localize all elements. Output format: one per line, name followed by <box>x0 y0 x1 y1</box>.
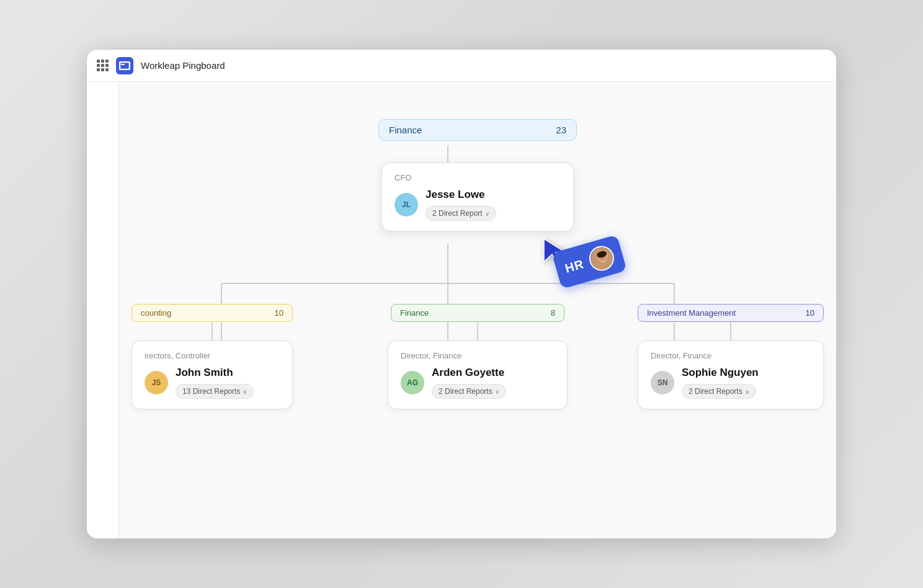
child-finance[interactable]: Finance 8 Director, Finance AG Arden Goy… <box>388 304 568 409</box>
js-direct-reports[interactable]: 13 Direct Reports ∨ <box>176 384 254 399</box>
accounting-card[interactable]: irectors, Controller JS John Smith 13 Di… <box>132 341 293 409</box>
accounting-dept-name: counting <box>141 308 171 318</box>
top-bar: Workleap Pingboard <box>87 50 836 82</box>
sn-avatar: SN <box>651 371 674 394</box>
js-name: John Smith <box>176 367 254 379</box>
ag-avatar: AG <box>401 371 424 394</box>
accounting-role: irectors, Controller <box>145 351 280 360</box>
child-investment[interactable]: Investment Management 10 Director, Finan… <box>638 304 824 409</box>
main-content: Finance 23 CFO JL Jesse Lowe <box>87 82 836 538</box>
org-canvas[interactable]: Finance 23 CFO JL Jesse Lowe <box>119 82 836 538</box>
cfo-name: Jesse Lowe <box>426 189 496 201</box>
cfo-avatar: JL <box>395 193 418 216</box>
svg-rect-1 <box>121 64 125 65</box>
cfo-chevron: ∨ <box>485 210 489 217</box>
finance-card[interactable]: Director, Finance AG Arden Goyette 2 Dir… <box>388 341 568 409</box>
finance-child-connector <box>477 322 478 341</box>
js-avatar: JS <box>145 371 168 394</box>
investment-dept-count: 10 <box>806 308 814 318</box>
investment-role: Director, Finance <box>651 351 811 360</box>
top-dept-badge[interactable]: Finance 23 <box>378 119 577 141</box>
finance-child-dept-count: 8 <box>551 308 555 318</box>
cfo-direct-reports[interactable]: 2 Direct Report ∨ <box>426 206 496 221</box>
cfo-card[interactable]: CFO JL Jesse Lowe 2 Direct Report ∨ <box>381 163 574 231</box>
investment-connector <box>730 322 731 341</box>
accounting-dept-count: 10 <box>275 308 283 318</box>
cfo-role: CFO <box>395 173 561 182</box>
hr-avatar <box>586 243 617 274</box>
ag-name: Arden Goyette <box>432 367 506 379</box>
app-logo <box>116 57 133 74</box>
investment-dept-name: Investment Management <box>647 308 736 318</box>
sn-direct-reports[interactable]: 2 Direct Reports ∨ <box>682 384 756 399</box>
grid-icon[interactable] <box>97 60 109 71</box>
top-dept-count: 23 <box>556 125 566 135</box>
svg-rect-0 <box>120 62 130 69</box>
browser-window: Workleap Pingboard <box>86 49 837 539</box>
app-title: Workleap Pingboard <box>141 60 225 71</box>
investment-card[interactable]: Director, Finance SN Sophie Nguyen 2 Dir… <box>638 341 824 409</box>
child-accounting[interactable]: counting 10 irectors, Controller JS John… <box>132 304 293 409</box>
ag-direct-reports[interactable]: 2 Direct Reports ∨ <box>432 384 506 399</box>
hr-label: HR <box>563 257 586 276</box>
finance-child-dept-name: Finance <box>400 308 429 318</box>
sn-name: Sophie Nguyen <box>682 367 759 379</box>
finance-role: Director, Finance <box>401 351 555 360</box>
top-dept-name: Finance <box>389 125 422 135</box>
sidebar-strip <box>87 82 119 538</box>
accounting-connector <box>212 322 213 341</box>
